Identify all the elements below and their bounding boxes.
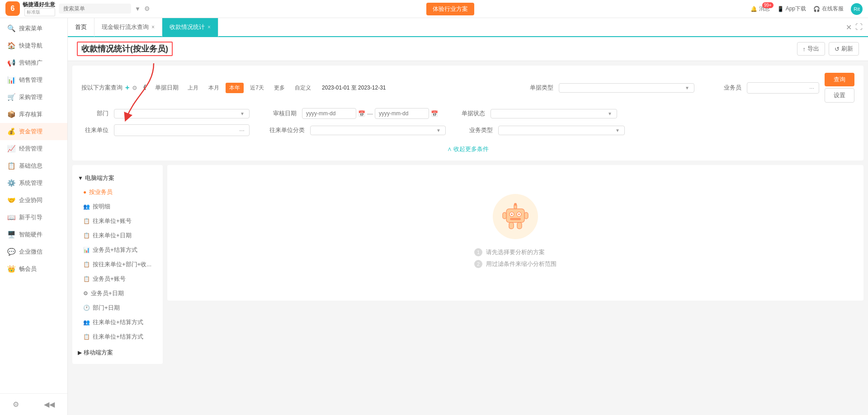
date-tab-custom[interactable]: 自定义 <box>291 83 315 93</box>
sidebar-item-marketing[interactable]: 📢 营销推广 <box>0 54 67 71</box>
refresh-button[interactable]: ↺ 刷新 <box>829 42 859 56</box>
calendar-from-icon[interactable]: 📅 <box>358 110 365 117</box>
review-date-from[interactable] <box>302 108 356 119</box>
filter-row-3: 往来单位 ··· 往来单位分类 ▼ 业务类型 ▼ <box>81 124 854 136</box>
user-avatar[interactable]: Rit <box>851 3 863 15</box>
collapse-bar[interactable]: ∧ 收起更多条件 <box>81 141 854 153</box>
tab-home[interactable]: 首页 <box>68 18 94 37</box>
sidebar-item-quicknav[interactable]: 🏠 快捷导航 <box>0 37 67 54</box>
top-bar-left: 6 畅捷通好生意 标准版 ▼ ⚙ <box>5 1 150 16</box>
sidebar: 🔍 搜索菜单 🏠 快捷导航 📢 营销推广 📊 销售管理 🛒 采购管理 📦 <box>0 18 68 415</box>
app-download-button[interactable]: 📱 App下载 <box>777 5 806 13</box>
pc-scheme-group: ▼ 电脑端方案 ● 按业务员 👥 按明细 📋 <box>72 171 163 344</box>
page-header: 收款情况统计(按业务员) ↑ 导出 ↺ 刷新 <box>68 37 868 61</box>
sidebar-label-quicknav: 快捷导航 <box>19 42 42 50</box>
scheme-collapse-btn[interactable]: 《 <box>140 84 146 92</box>
sidebar-item-management[interactable]: 📈 经营管理 <box>0 140 67 157</box>
scheme-item-dept-date[interactable]: 🕐 部门+日期 <box>72 301 163 315</box>
sidebar-item-basicinfo[interactable]: 📋 基础信息 <box>0 157 67 174</box>
scheme-item-unit-settle-1[interactable]: 👥 往来单位+结算方式 <box>72 315 163 330</box>
calendar-to-icon[interactable]: 📅 <box>431 110 438 117</box>
dropdown-icon[interactable]: ▼ <box>135 5 141 12</box>
svg-rect-0 <box>506 209 524 222</box>
sidebar-label-member: 畅会员 <box>19 265 37 273</box>
biz-type-select[interactable]: ▼ <box>498 126 625 135</box>
mobile-group-title[interactable]: ▶ 移动端方案 <box>72 346 163 359</box>
tab-receipts-close[interactable]: × <box>208 24 211 30</box>
export-label: 导出 <box>807 45 819 53</box>
sidebar-item-weixin[interactable]: 💬 企业微信 <box>0 243 67 260</box>
sidebar-bottom: ⚙ ◀◀ <box>0 393 67 415</box>
date-tab-7days[interactable]: 近7天 <box>246 83 268 93</box>
tab-receipts[interactable]: 收款情况统计 × <box>162 18 218 37</box>
top-bar: 6 畅捷通好生意 标准版 ▼ ⚙ 体验行业方案 🔔 消息 99+ 📱 App下载… <box>0 0 868 18</box>
message-button[interactable]: 🔔 消息 99+ <box>750 5 770 13</box>
date-tab-this-year[interactable]: 本年 <box>226 83 244 93</box>
scheme-item-detail[interactable]: 👥 按明细 <box>72 199 163 214</box>
review-date-to[interactable] <box>375 108 429 119</box>
sidebar-item-sales[interactable]: 📊 销售管理 <box>0 71 67 89</box>
scheme-item-sales-account[interactable]: 📋 业务员+账号 <box>72 272 163 286</box>
tab-close-btn[interactable]: ✕ <box>846 23 852 32</box>
doc-type-select[interactable]: ▼ <box>559 83 694 93</box>
scheme-item-label-2: 往来单位+账号 <box>93 217 132 225</box>
add-scheme-btn[interactable]: + <box>125 84 129 92</box>
sidebar-settings-btn[interactable]: ⚙ <box>10 397 22 411</box>
sidebar-item-member[interactable]: 👑 畅会员 <box>0 260 67 278</box>
date-tab-last-month[interactable]: 上月 <box>184 83 202 93</box>
sidebar-item-collab[interactable]: 🤝 企业协同 <box>0 192 67 209</box>
online-service-label: 在线客服 <box>822 5 844 13</box>
scheme-item-salesperson[interactable]: ● 按业务员 <box>72 185 163 199</box>
tab-maximize-btn[interactable]: ⛶ <box>855 23 863 31</box>
counterparty-input[interactable]: ··· <box>114 124 250 136</box>
search-input[interactable] <box>59 4 131 14</box>
sidebar-item-inventory[interactable]: 📦 库存核算 <box>0 106 67 123</box>
settings-icon[interactable]: ⚙ <box>144 5 150 12</box>
scheme-item-unit-dept[interactable]: 📋 按往来单位+部门+收... <box>72 257 163 272</box>
scheme-item-icon-0: ● <box>83 189 86 195</box>
review-date-group: 📅 — 📅 <box>302 108 438 119</box>
date-tab-this-month[interactable]: 本月 <box>205 83 223 93</box>
app-download-label: App下载 <box>786 5 806 13</box>
download-icon: 📱 <box>777 6 784 12</box>
scheme-item-label-9: 往来单位+结算方式 <box>93 318 143 326</box>
counterparty-type-select[interactable]: ▼ <box>310 126 446 135</box>
scheme-item-unit-date[interactable]: 📋 往来单位+日期 <box>72 228 163 243</box>
pc-group-arrow: ▼ <box>78 175 83 181</box>
sidebar-item-system[interactable]: ⚙️ 系统管理 <box>0 174 67 192</box>
scheme-item-unit-settle-2[interactable]: 📋 往来单位+结算方式 <box>72 330 163 344</box>
scheme-item-unit-account[interactable]: 📋 往来单位+账号 <box>72 214 163 228</box>
scheme-item-label-1: 按明细 <box>93 203 110 211</box>
online-service-button[interactable]: 🎧 在线客服 <box>813 5 844 13</box>
page-title: 收款情况统计(按业务员) <box>77 42 173 56</box>
pc-group-title[interactable]: ▼ 电脑端方案 <box>72 171 163 185</box>
tab-cashbank[interactable]: 现金银行流水查询 × <box>94 18 162 37</box>
sidebar-item-hardware[interactable]: 🖥️ 智能硬件 <box>0 226 67 243</box>
sidebar-label-management: 经营管理 <box>19 145 42 153</box>
sidebar-collapse-btn[interactable]: ◀◀ <box>41 397 57 411</box>
salesperson-select[interactable]: ··· <box>747 82 819 94</box>
filter-panel: 按以下方案查询 + ⚙ 《 单据日期 上月 本月 本年 近7天 更多 自定义 <box>72 66 863 160</box>
sidebar-item-finance[interactable]: 💰 资金管理 <box>0 123 67 140</box>
counterparty-type-label: 往来单位分类 <box>269 126 305 134</box>
scheme-item-sales-settle[interactable]: 📊 业务员+结算方式 <box>72 243 163 257</box>
scheme-gear-btn[interactable]: ⚙ <box>132 85 137 91</box>
scheme-item-sales-date[interactable]: ⚙ 业务员+日期 <box>72 286 163 301</box>
logo-icon: 6 <box>5 1 20 16</box>
tab-home-label: 首页 <box>75 23 87 31</box>
export-button[interactable]: ↑ 导出 <box>797 42 826 56</box>
scheme-item-icon-10: 📋 <box>83 334 90 340</box>
query-button[interactable]: 查询 <box>825 73 854 86</box>
date-tab-more[interactable]: 更多 <box>270 83 288 93</box>
sidebar-item-search[interactable]: 🔍 搜索菜单 <box>0 20 67 37</box>
trial-button[interactable]: 体验行业方案 <box>426 3 474 15</box>
tab-cashbank-close[interactable]: × <box>151 24 155 30</box>
sidebar-item-purchase[interactable]: 🛒 采购管理 <box>0 89 67 106</box>
app-name-block: 畅捷通好生意 标准版 <box>23 1 55 16</box>
dept-select[interactable]: ▼ <box>114 109 250 118</box>
doc-status-select[interactable]: ▼ <box>491 109 617 118</box>
scheme-label: 按以下方案查询 <box>81 84 123 92</box>
set-button[interactable]: 设置 <box>825 88 854 103</box>
sidebar-item-guide[interactable]: 📖 新手引导 <box>0 209 67 226</box>
scheme-item-icon-2: 📋 <box>83 218 90 224</box>
